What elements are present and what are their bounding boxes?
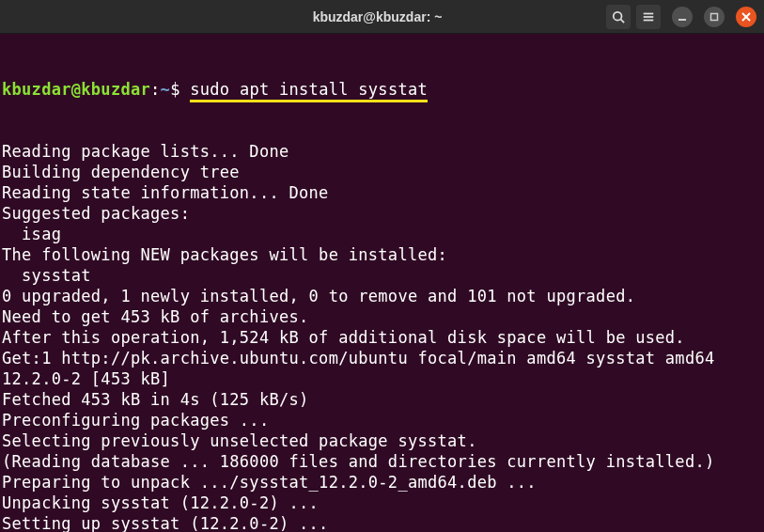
minimize-icon [678,12,687,22]
prompt-path: ~ [161,80,171,99]
maximize-button[interactable] [704,7,725,27]
terminal-output-line: Setting up sysstat (12.2.0-2) ... [2,513,762,532]
terminal-area[interactable]: kbuzdar@kbuzdar:~$ sudo apt install syss… [0,34,764,532]
svg-line-1 [621,19,625,23]
search-icon [612,10,625,23]
terminal-output-line: Fetched 453 kB in 4s (125 kB/s) [2,389,762,410]
minimize-button[interactable] [672,7,693,27]
terminal-output-line: Unpacking sysstat (12.2.0-2) ... [2,493,762,513]
prompt-userhost: kbuzdar@kbuzdar [2,80,150,99]
prompt-dollar: $ [170,80,190,99]
search-button[interactable] [606,5,631,29]
window-title: kbuzdar@kbuzdar: ~ [148,7,606,27]
terminal-output-line: isag [2,224,762,244]
svg-point-0 [614,11,622,20]
terminal-output-line: Selecting previously unselected package … [2,430,762,451]
terminal-output-line: Suggested packages: [2,203,762,224]
terminal-output-line: Reading package lists... Done [2,141,762,162]
prompt-line: kbuzdar@kbuzdar:~$ sudo apt install syss… [2,79,762,100]
terminal-output-line: Preparing to unpack .../sysstat_12.2.0-2… [2,472,762,493]
terminal-output-line: (Reading database ... 186000 files and d… [2,451,762,472]
terminal-output-line: After this operation, 1,524 kB of additi… [2,327,762,348]
prompt-colon: : [150,80,161,99]
close-button[interactable] [736,7,756,27]
titlebar-controls [606,5,756,29]
terminal-output-line: Preconfiguring packages ... [2,410,762,430]
terminal-output-line: Reading state information... Done [2,182,762,203]
terminal-output-line: 0 upgraded, 1 newly installed, 0 to remo… [2,286,762,306]
maximize-icon [709,12,719,22]
svg-rect-6 [711,13,718,20]
window-titlebar: kbuzdar@kbuzdar: ~ [0,0,764,34]
entered-command: sudo apt install sysstat [190,80,428,102]
terminal-output-line: sysstat [2,265,762,286]
hamburger-icon [642,10,655,23]
terminal-output-line: Building dependency tree [2,162,762,182]
menu-button[interactable] [636,5,661,29]
terminal-output-line: The following NEW packages will be insta… [2,244,762,265]
close-icon [741,12,751,22]
terminal-output-line: Get:1 http://pk.archive.ubuntu.com/ubunt… [2,348,762,389]
terminal-output-line: Need to get 453 kB of archives. [2,306,762,327]
